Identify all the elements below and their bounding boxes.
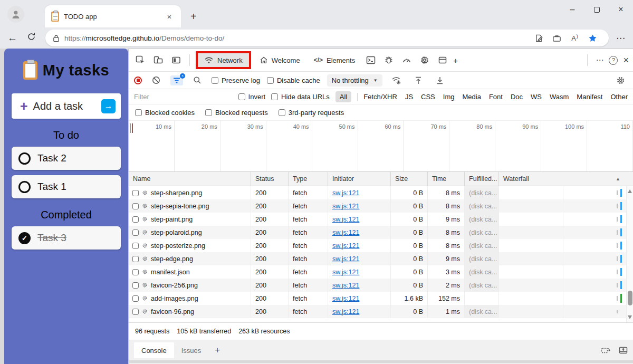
initiator-link[interactable]: sw.js:121 bbox=[332, 216, 359, 223]
blocked-requests-checkbox[interactable]: Blocked requests bbox=[205, 109, 268, 117]
window-maximize-button[interactable] bbox=[584, 0, 609, 19]
device-emulation-button[interactable] bbox=[151, 53, 166, 67]
task-item[interactable]: Task 3 bbox=[12, 226, 121, 250]
favorites-button[interactable] bbox=[583, 34, 601, 43]
new-tab-button[interactable]: + bbox=[190, 11, 197, 23]
add-task-input[interactable]: + Add a task → bbox=[12, 93, 121, 119]
initiator-link[interactable]: sw.js:121 bbox=[332, 189, 359, 197]
row-checkbox[interactable] bbox=[132, 282, 139, 289]
address-bar[interactable]: https://microsoftedge.github.io/Demos/de… bbox=[45, 30, 609, 46]
filter-type-chip[interactable]: Font bbox=[489, 93, 503, 101]
task-item[interactable]: Task 1 bbox=[12, 175, 121, 198]
devtools-tab-elements[interactable]: </> Elements bbox=[309, 52, 361, 68]
task-checkbox[interactable] bbox=[18, 232, 31, 244]
row-checkbox[interactable] bbox=[132, 243, 139, 249]
request-row[interactable]: favicon-256.png 200 fetch sw.js:121 0 B … bbox=[129, 279, 633, 292]
row-checkbox[interactable] bbox=[132, 256, 139, 262]
initiator-link[interactable]: sw.js:121 bbox=[332, 255, 359, 263]
add-task-submit-button[interactable]: → bbox=[101, 99, 116, 113]
cell-name[interactable]: step-paint.png bbox=[129, 213, 251, 226]
request-row[interactable]: add-images.png 200 fetch sw.js:121 1.6 k… bbox=[129, 292, 633, 305]
network-settings-button[interactable] bbox=[613, 73, 628, 87]
cell-name[interactable]: step-edge.png bbox=[129, 252, 251, 265]
network-conditions-button[interactable] bbox=[389, 73, 404, 87]
hide-data-urls-checkbox[interactable]: Hide data URLs bbox=[271, 93, 330, 101]
row-checkbox[interactable] bbox=[132, 229, 139, 236]
row-checkbox[interactable] bbox=[132, 269, 139, 275]
focus-mode-button[interactable] bbox=[169, 53, 184, 67]
preserve-log-checkbox[interactable]: Preserve log bbox=[212, 76, 260, 84]
filter-toggle-button[interactable]: × bbox=[170, 75, 183, 85]
window-close-button[interactable]: × bbox=[609, 0, 633, 19]
task-checkbox[interactable] bbox=[18, 181, 31, 193]
initiator-link[interactable]: sw.js:121 bbox=[332, 203, 359, 210]
network-overview-timeline[interactable]: 10 ms20 ms30 ms40 ms50 ms60 ms70 ms80 ms… bbox=[129, 121, 633, 172]
clear-network-log-button[interactable] bbox=[149, 73, 164, 87]
window-minimize-button[interactable]: – bbox=[560, 0, 584, 19]
column-header-waterfall[interactable]: Waterfall ▲ bbox=[499, 172, 633, 186]
edit-page-button[interactable] bbox=[530, 34, 548, 43]
expand-quick-view-button[interactable] bbox=[619, 346, 628, 355]
column-header-name[interactable]: Name bbox=[129, 172, 251, 186]
third-party-requests-checkbox[interactable]: 3rd-party requests bbox=[279, 109, 344, 117]
filter-type-chip[interactable]: Doc bbox=[511, 93, 523, 101]
back-button[interactable]: ← bbox=[7, 32, 17, 44]
initiator-link[interactable]: sw.js:121 bbox=[332, 242, 359, 250]
invert-checkbox[interactable]: Invert bbox=[238, 93, 266, 101]
console-tool-button[interactable] bbox=[363, 53, 378, 67]
cell-name[interactable]: step-sharpen.png bbox=[129, 186, 251, 199]
devtools-help-button[interactable]: ? bbox=[609, 56, 618, 65]
profile-avatar[interactable] bbox=[7, 6, 24, 23]
filter-type-chip[interactable]: CSS bbox=[421, 93, 435, 101]
url-text[interactable]: https://microsoftedge.github.io/Demos/de… bbox=[64, 34, 530, 42]
request-row[interactable]: step-sharpen.png 200 fetch sw.js:121 0 B… bbox=[129, 186, 633, 199]
scroll-down-icon[interactable] bbox=[628, 315, 632, 319]
debugger-bug-button[interactable] bbox=[381, 53, 396, 67]
search-network-button[interactable] bbox=[190, 73, 205, 87]
initiator-link[interactable]: sw.js:121 bbox=[332, 282, 359, 289]
inspect-element-button[interactable] bbox=[133, 53, 148, 67]
initiator-link[interactable]: sw.js:121 bbox=[332, 308, 359, 315]
table-scrollbar[interactable] bbox=[626, 186, 633, 322]
filter-type-chip[interactable]: Media bbox=[462, 93, 481, 101]
request-row[interactable]: step-paint.png 200 fetch sw.js:121 0 B 9… bbox=[129, 213, 633, 226]
row-checkbox[interactable] bbox=[132, 203, 139, 209]
row-checkbox[interactable] bbox=[132, 190, 139, 196]
initiator-link[interactable]: sw.js:121 bbox=[332, 229, 359, 236]
scroll-up-icon[interactable] bbox=[628, 189, 632, 193]
drawer-tab[interactable]: Issues bbox=[174, 342, 209, 358]
initiator-link[interactable]: sw.js:121 bbox=[332, 269, 359, 276]
drawer-tab[interactable]: Console bbox=[134, 342, 174, 358]
row-checkbox[interactable] bbox=[132, 216, 139, 223]
column-header-initiator[interactable]: Initiator bbox=[328, 172, 391, 186]
tab-close-icon[interactable]: × bbox=[164, 11, 175, 22]
refresh-button[interactable] bbox=[27, 32, 36, 44]
initiator-link[interactable]: sw.js:121 bbox=[332, 295, 359, 302]
cell-name[interactable]: favicon-256.png bbox=[129, 279, 251, 292]
application-storage-button[interactable] bbox=[435, 53, 450, 67]
drawer-add-tab-button[interactable]: + bbox=[215, 345, 220, 356]
cell-name[interactable]: step-sepia-tone.png bbox=[129, 199, 251, 213]
import-har-button[interactable] bbox=[411, 73, 426, 87]
column-header-type[interactable]: Type bbox=[289, 172, 328, 186]
disable-cache-checkbox[interactable]: Disable cache bbox=[267, 76, 320, 84]
dock-drawer-button[interactable] bbox=[601, 346, 610, 355]
cell-name[interactable]: manifest.json bbox=[129, 265, 251, 279]
scrollbar-thumb[interactable] bbox=[628, 291, 632, 305]
devtools-close-button[interactable]: × bbox=[623, 55, 629, 66]
filter-type-chip[interactable]: Fetch/XHR bbox=[363, 93, 397, 101]
request-row[interactable]: favicon-96.png 200 fetch sw.js:121 0 B 1… bbox=[129, 305, 633, 318]
filter-type-chip[interactable]: Wasm bbox=[550, 93, 569, 101]
filter-type-chip[interactable]: Manifest bbox=[577, 93, 602, 101]
column-header-fulfilled[interactable]: Fulfilled... bbox=[465, 172, 499, 186]
filter-input[interactable] bbox=[134, 91, 233, 103]
memory-chip-button[interactable] bbox=[417, 53, 432, 67]
throttling-dropdown[interactable]: No throttling ▼ bbox=[327, 74, 382, 87]
request-row[interactable]: step-posterize.png 200 fetch sw.js:121 0… bbox=[129, 239, 633, 252]
column-header-time[interactable]: Time bbox=[428, 172, 465, 186]
filter-type-chip[interactable]: Other bbox=[610, 93, 628, 101]
request-row[interactable]: step-edge.png 200 fetch sw.js:121 0 B 9 … bbox=[129, 252, 633, 265]
filter-type-chip[interactable]: WS bbox=[531, 93, 542, 101]
record-network-log-button[interactable] bbox=[134, 76, 142, 84]
read-aloud-button[interactable]: A bbox=[565, 34, 583, 42]
